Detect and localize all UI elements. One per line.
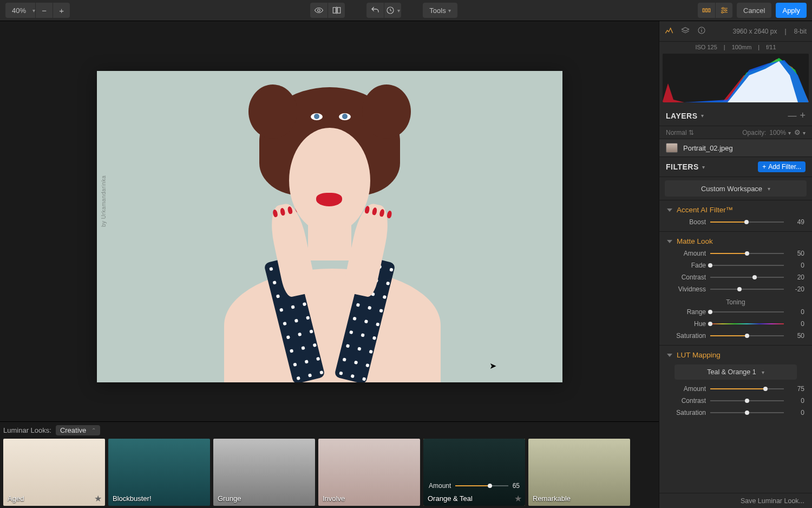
star-icon[interactable]: ★ (514, 493, 522, 504)
opacity-label: Opacity: (742, 129, 766, 136)
lut-saturation-slider[interactable] (710, 410, 784, 415)
save-look-button[interactable]: Save Luminar Look... (659, 493, 812, 508)
cancel-button[interactable]: Cancel (737, 3, 771, 18)
top-toolbar: 40%▾ − + ▾ Tools▾ (0, 0, 812, 21)
add-layer-icon[interactable]: + (800, 110, 806, 121)
looks-panel: Luminar Looks: Creative⌃ Aged★ Blockbust… (0, 421, 659, 508)
matte-contrast-slider[interactable] (710, 275, 784, 280)
bit-depth: 8-bit (794, 28, 807, 35)
zoom-out-button[interactable]: − (35, 3, 53, 18)
blend-mode-dropdown[interactable]: Normal ⇅ (666, 129, 694, 136)
look-amount-slider[interactable]: Amount 65 (429, 482, 520, 490)
tools-dropdown[interactable]: Tools▾ (423, 3, 457, 18)
looks-panel-toggle[interactable] (698, 3, 715, 18)
look-aged[interactable]: Aged★ (3, 439, 105, 506)
filter-accent-header[interactable]: Accent AI Filter™ (659, 200, 812, 216)
svg-point-13 (721, 11, 723, 13)
filters-section-header[interactable]: FILTERS▾ + Add Filter... (659, 157, 812, 177)
layer-item[interactable]: Portrait_02.jpeg (659, 139, 812, 157)
matte-vividness-slider[interactable] (710, 286, 784, 292)
layers-section-header[interactable]: LAYERS▾ — + (659, 106, 812, 126)
collapse-layer-icon[interactable]: — (788, 111, 796, 121)
history-icon (385, 5, 395, 15)
svg-point-11 (722, 8, 724, 9)
compare-icon (332, 5, 342, 15)
look-grunge[interactable]: Grunge (213, 439, 315, 506)
looks-category-dropdown[interactable]: Creative⌃ (56, 425, 100, 435)
star-icon[interactable]: ★ (94, 493, 102, 504)
svg-point-0 (318, 9, 320, 12)
eye-icon (314, 5, 324, 15)
svg-rect-7 (709, 9, 710, 12)
undo-button[interactable] (366, 3, 384, 18)
info-tab-icon[interactable] (697, 26, 706, 36)
layer-settings-icon[interactable]: ⚙▾ (794, 128, 806, 136)
histogram-tab-icon[interactable] (665, 27, 673, 36)
histogram[interactable] (663, 54, 809, 102)
lut-contrast-slider[interactable] (710, 398, 784, 403)
lut-amount-slider[interactable] (710, 386, 784, 392)
filmstrip-icon (702, 5, 711, 15)
side-panel-toggle[interactable] (715, 3, 732, 18)
look-involve[interactable]: Involve (318, 439, 420, 506)
matte-range-slider[interactable] (710, 309, 784, 315)
layer-thumb-icon (666, 143, 678, 153)
photo-credit: by Urkamandarinka (100, 175, 106, 226)
filter-matte-header[interactable]: Matte Look (659, 232, 812, 248)
image-dimensions: 3960 x 2640 px (732, 28, 777, 35)
zoom-in-button[interactable]: + (53, 3, 70, 18)
canvas-viewport[interactable]: by Urkamandarinka ➤ (0, 21, 659, 421)
sliders-icon (719, 5, 729, 15)
layers-tab-icon[interactable] (681, 27, 690, 36)
svg-point-12 (724, 10, 726, 11)
zoom-group: 40%▾ − + (5, 3, 70, 18)
svg-rect-1 (333, 8, 336, 14)
matte-fade-slider[interactable] (710, 263, 784, 268)
workspace-dropdown[interactable]: Custom Workspace▾ (665, 180, 807, 197)
look-remarkable[interactable]: Remarkable (528, 439, 630, 506)
right-sidebar: 3960 x 2640 px | 8-bit ISO 125|100mm|f/1… (659, 21, 812, 508)
toning-label: Toning (659, 295, 812, 306)
preview-toggle-button[interactable] (310, 3, 328, 18)
compare-split-button[interactable] (328, 3, 345, 18)
exif-row: ISO 125|100mm|f/11 (659, 42, 812, 53)
cursor-icon: ➤ (489, 361, 496, 371)
matte-saturation-slider[interactable] (710, 333, 784, 338)
svg-point-16 (701, 28, 702, 29)
add-filter-button[interactable]: + Add Filter... (758, 161, 806, 172)
undo-icon (370, 5, 380, 15)
filter-lut-header[interactable]: LUT Mapping (659, 346, 812, 361)
look-blockbuster[interactable]: Blockbuster! (108, 439, 210, 506)
apply-button[interactable]: Apply (776, 3, 807, 18)
svg-rect-6 (706, 9, 708, 12)
history-dropdown[interactable]: ▾ (384, 3, 401, 18)
accent-boost-slider[interactable] (710, 219, 784, 225)
looks-label: Luminar Looks: (3, 426, 51, 434)
look-orange-teal[interactable]: Amount 65 Orange & Teal ★ (423, 439, 525, 506)
zoom-level-dropdown[interactable]: 40%▾ (5, 3, 35, 18)
lut-preset-dropdown[interactable]: Teal & Orange 1▾ (675, 364, 797, 380)
svg-rect-5 (703, 9, 704, 12)
matte-amount-slider[interactable] (710, 251, 784, 256)
matte-hue-slider[interactable] (710, 321, 784, 327)
opacity-value-dropdown[interactable]: 100%▾ (769, 129, 791, 136)
svg-rect-2 (337, 8, 340, 14)
photo-canvas[interactable]: by Urkamandarinka ➤ (97, 71, 562, 382)
